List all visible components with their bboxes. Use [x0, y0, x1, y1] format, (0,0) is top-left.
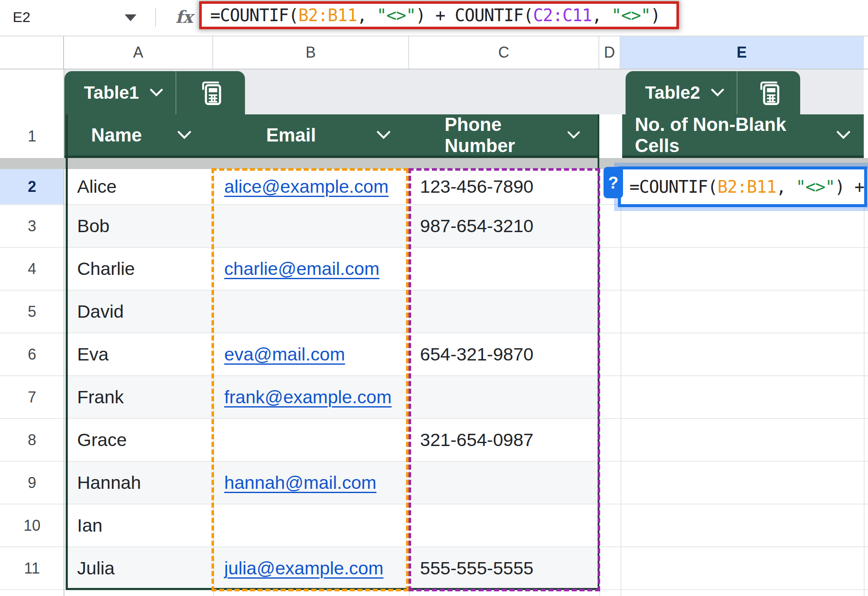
select-all-corner[interactable] [0, 36, 64, 69]
cell-email[interactable]: charlie@email.com [224, 248, 408, 290]
cell-name[interactable]: David [77, 291, 213, 333]
cell-email[interactable]: frank@example.com [224, 376, 408, 418]
cell-phone[interactable]: 987-654-3210 [420, 205, 598, 247]
email-link[interactable]: eva@mail.com [224, 344, 345, 365]
cell-name[interactable]: Alice [77, 169, 213, 204]
table1-header-row: Name Email Phone Number [64, 114, 599, 158]
table-row: 5 David [0, 291, 868, 333]
chevron-down-icon[interactable] [836, 130, 851, 140]
table2-chip[interactable]: Table2 [626, 71, 800, 114]
table-icon[interactable] [176, 80, 245, 106]
table1-left-border [66, 114, 68, 590]
cell-phone[interactable]: 321-654-0987 [420, 419, 598, 461]
formula-text: =COUNTIF(B2:B11, "<>") + COUNTIF(C2:C11,… [210, 6, 660, 25]
row-header-1[interactable]: 1 [0, 114, 64, 158]
header-label: Email [266, 125, 316, 146]
cell-name[interactable]: Ian [77, 505, 213, 546]
cell-name[interactable]: Grace [77, 419, 213, 461]
table1-bottom-border [66, 588, 599, 590]
cell-email[interactable]: alice@example.com [224, 169, 408, 204]
name-box[interactable]: E2 [13, 0, 31, 34]
cell-name[interactable]: Charlie [77, 248, 213, 290]
cell-name[interactable]: Bob [77, 205, 213, 247]
cell-phone[interactable]: 654-321-9870 [420, 333, 598, 375]
cell-phone[interactable] [420, 376, 598, 418]
table2-chip-label[interactable]: Table2 [626, 83, 700, 103]
cell-phone[interactable] [420, 462, 598, 504]
cell-name[interactable]: Julia [77, 547, 213, 589]
cell-phone[interactable] [420, 248, 598, 290]
cell-email[interactable] [224, 419, 408, 461]
table-row: 7 Frank frank@example.com [0, 376, 868, 419]
gridline [409, 169, 410, 596]
header-label: Name [91, 125, 142, 146]
table-icon[interactable] [737, 80, 800, 106]
chevron-down-icon[interactable] [149, 88, 164, 97]
active-cell-editor-e2[interactable]: =COUNTIF(B2:B11, "<>") + [618, 166, 867, 207]
table-row: 11 Julia julia@example.com 555-555-5555 [0, 547, 868, 590]
cell-name[interactable]: Hannah [77, 462, 213, 504]
email-link[interactable]: julia@example.com [224, 558, 384, 579]
cell-name[interactable]: Frank [77, 376, 213, 418]
cell-email[interactable] [224, 291, 408, 333]
table1-chip-label[interactable]: Table1 [64, 83, 139, 103]
table-row: 8 Grace 321-654-0987 [0, 419, 868, 462]
table1-header-email[interactable]: Email [213, 114, 409, 155]
header-label: Phone Number [445, 114, 567, 156]
email-link[interactable]: hannah@mail.com [224, 472, 376, 493]
email-link[interactable]: charlie@email.com [224, 258, 379, 279]
cell-phone[interactable]: 555-555-5555 [420, 547, 598, 589]
column-header-d[interactable]: D [599, 36, 620, 69]
table1-right-border [598, 114, 599, 590]
table2-header-nonblank[interactable]: No. of Non-Blank Cells [622, 114, 864, 155]
table-row: 10 Ian [0, 505, 868, 547]
cell-name[interactable]: Eva [77, 333, 213, 375]
row-header-7[interactable]: 7 [0, 376, 64, 418]
table-row: 6 Eva eva@mail.com 654-321-9870 [0, 333, 868, 376]
column-header-f-sliver [864, 36, 868, 69]
chevron-down-icon[interactable] [710, 88, 725, 97]
row-header-10[interactable]: 10 [0, 505, 64, 546]
table1-chip[interactable]: Table1 [64, 71, 245, 114]
column-header-strip: A B C D E [0, 36, 868, 69]
row-header-5[interactable]: 5 [0, 291, 64, 333]
triangle-down-icon[interactable] [125, 14, 136, 21]
cell-email[interactable]: julia@example.com [224, 547, 408, 589]
formula-input[interactable]: =COUNTIF(B2:B11, "<>") + COUNTIF(C2:C11,… [199, 1, 679, 29]
header-label: No. of Non-Blank Cells [635, 114, 836, 156]
cell-phone[interactable]: 123-456-7890 [420, 169, 598, 204]
formula-help-badge[interactable]: ? [604, 167, 623, 198]
column-header-c[interactable]: C [409, 36, 599, 69]
email-link[interactable]: frank@example.com [224, 387, 392, 407]
table1-header-phone[interactable]: Phone Number [409, 114, 599, 155]
row-header-6[interactable]: 6 [0, 333, 64, 375]
cell-email[interactable] [224, 205, 408, 247]
formula-bar-divider [155, 8, 156, 27]
cell-email[interactable]: hannah@mail.com [224, 462, 408, 504]
cell-email[interactable] [224, 505, 408, 546]
fx-icon: fx [175, 0, 193, 34]
chevron-down-icon[interactable] [376, 130, 391, 140]
table1-header-name[interactable]: Name [64, 114, 213, 155]
row-header-3[interactable]: 3 [0, 205, 64, 247]
row-header-11[interactable]: 11 [0, 547, 64, 589]
row-header-8[interactable]: 8 [0, 419, 64, 461]
gridline [864, 169, 865, 596]
gridline [213, 169, 214, 596]
row-header-4[interactable]: 4 [0, 248, 64, 290]
column-header-e-selected[interactable]: E [620, 36, 864, 69]
row-header-2-selected[interactable]: 2 [0, 169, 64, 204]
cell-phone[interactable] [420, 505, 598, 546]
cell-formula-text: =COUNTIF(B2:B11, "<>") + [629, 177, 864, 197]
table-row: 3 Bob 987-654-3210 [0, 205, 868, 248]
chevron-down-icon[interactable] [567, 130, 581, 140]
column-header-b[interactable]: B [213, 36, 409, 69]
gridline [620, 169, 621, 596]
cell-email[interactable]: eva@mail.com [224, 333, 408, 375]
chevron-down-icon[interactable] [177, 130, 192, 140]
row-header-9[interactable]: 9 [0, 462, 64, 504]
cell-phone[interactable] [420, 291, 598, 333]
column-header-a[interactable]: A [64, 36, 213, 69]
table-row: 9 Hannah hannah@mail.com [0, 462, 868, 505]
email-link[interactable]: alice@example.com [224, 176, 389, 197]
